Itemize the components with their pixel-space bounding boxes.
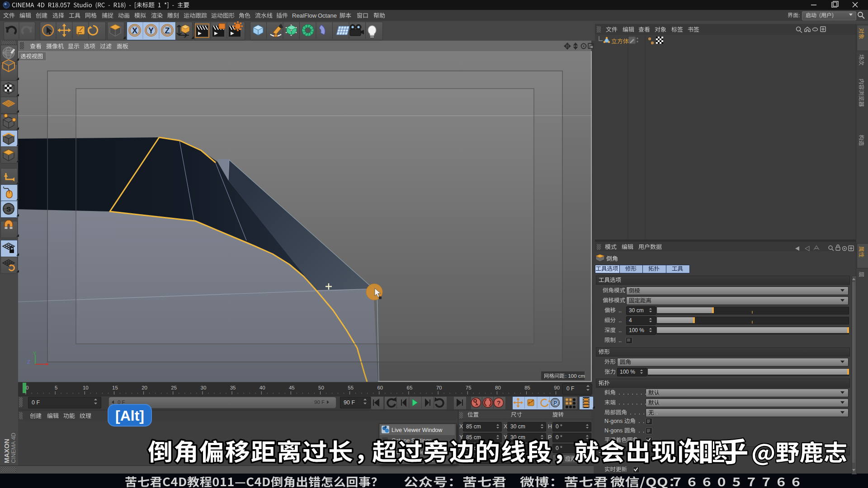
svg-text:0 F: 0 F	[566, 385, 574, 392]
svg-text:?: ?	[497, 399, 501, 407]
svg-text:Y: Y	[148, 26, 154, 35]
svg-text:100 %: 100 %	[620, 369, 635, 375]
svg-text:45: 45	[289, 385, 295, 390]
svg-text:P: P	[553, 400, 557, 406]
svg-text:CINEMA 4D: CINEMA 4D	[10, 433, 17, 463]
svg-text:0 °: 0 °	[556, 434, 562, 441]
svg-text:55: 55	[348, 385, 354, 390]
svg-text:0 F: 0 F	[118, 399, 125, 405]
svg-text:Live Viewer Window: Live Viewer Window	[392, 427, 443, 433]
svg-text:MAXON: MAXON	[3, 439, 10, 463]
svg-text:RealFlow: RealFlow	[292, 12, 317, 19]
svg-text:0 F: 0 F	[32, 399, 40, 406]
svg-text:N-gons: N-gons	[604, 418, 623, 424]
svg-text:0 °: 0 °	[556, 423, 562, 430]
svg-text:40: 40	[259, 385, 265, 390]
svg-text:70: 70	[436, 385, 442, 390]
svg-text:15: 15	[112, 385, 118, 390]
svg-text:Octane: Octane	[318, 12, 337, 19]
svg-text:Y: Y	[33, 351, 37, 356]
svg-text:50: 50	[318, 385, 324, 390]
svg-text:85: 85	[524, 385, 530, 390]
svg-text:85 cm: 85 cm	[466, 423, 481, 430]
svg-text:H: H	[548, 423, 552, 430]
svg-text:100 %: 100 %	[629, 327, 644, 333]
svg-text:25: 25	[171, 385, 177, 390]
svg-text:80: 80	[495, 385, 501, 390]
svg-text:N-gons: N-gons	[604, 427, 623, 434]
svg-text:75: 75	[466, 385, 472, 390]
svg-text:20: 20	[142, 385, 147, 390]
svg-text:X: X	[459, 423, 463, 430]
svg-text:0: 0	[26, 385, 28, 390]
svg-text:Z: Z	[165, 26, 170, 35]
svg-text:30: 30	[201, 385, 207, 390]
svg-text:P: P	[548, 434, 552, 441]
svg-text:60: 60	[377, 385, 383, 390]
svg-text:0 °: 0 °	[556, 445, 562, 451]
svg-text:10: 10	[83, 385, 89, 390]
svg-text:85 cm: 85 cm	[466, 434, 481, 441]
svg-text:X: X	[132, 26, 137, 35]
svg-text:90 F: 90 F	[344, 399, 355, 406]
svg-text:35: 35	[230, 385, 236, 390]
svg-text:4: 4	[629, 317, 632, 324]
svg-text:30 cm: 30 cm	[510, 423, 525, 430]
svg-text:Z: Z	[27, 359, 30, 365]
svg-text:30 cm: 30 cm	[629, 307, 644, 314]
svg-text:[Alt]: [Alt]	[115, 408, 144, 424]
svg-text:: 100 cm: : 100 cm	[565, 373, 585, 379]
svg-text:90 F: 90 F	[314, 399, 325, 405]
svg-text:5: 5	[55, 385, 57, 390]
svg-text:X: X	[504, 423, 508, 430]
svg-text:65: 65	[407, 385, 413, 390]
svg-text:90: 90	[554, 385, 560, 390]
